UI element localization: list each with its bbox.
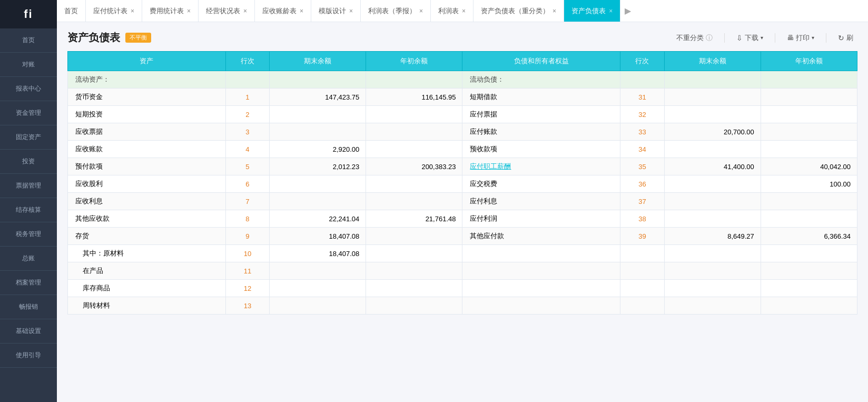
col-end-right: 期末余额 xyxy=(664,52,761,71)
sidebar-item-report-center[interactable]: 报表中心 xyxy=(0,77,57,101)
current-liabilities-label: 流动负债： xyxy=(462,71,620,89)
col-begin-left: 年初余额 xyxy=(366,52,462,71)
page-header: 资产负债表 不平衡 不重分类 ⓘ ⇩ 下载 ▾ 🖶 打印 ▾ xyxy=(67,31,857,45)
help-icon[interactable]: ⓘ xyxy=(706,33,713,43)
col-asset: 资产 xyxy=(68,52,226,71)
print-label: 打印 xyxy=(796,33,810,43)
sidebar-item-guide[interactable]: 使用引导 xyxy=(0,344,57,368)
page-title: 资产负债表 xyxy=(67,31,120,45)
sidebar-item-ledger[interactable]: 总账 xyxy=(0,247,57,271)
sidebar-item-expense[interactable]: 畅报销 xyxy=(0,295,57,319)
table-row: 周转材料 13 xyxy=(68,297,857,315)
tab-expense-stat[interactable]: 费用统计表 × xyxy=(142,0,199,22)
tab-bs[interactable]: 资产负债表 × xyxy=(564,0,620,22)
sidebar-item-archive[interactable]: 档案管理 xyxy=(0,271,57,295)
sidebar-item-tax-mgmt[interactable]: 税务管理 xyxy=(0,222,57,247)
tab-bs-reclassify[interactable]: 资产负债表（重分类） × xyxy=(474,0,564,22)
table-row: 应收股利 6 应交税费 36 100.00 xyxy=(68,175,857,193)
section-current-assets: 流动资产： 流动负债： xyxy=(68,71,857,89)
section-left-row xyxy=(225,71,269,89)
tab-ar-aging[interactable]: 应收账龄表 × xyxy=(255,0,311,22)
table-row: 其他应收款 8 22,241.04 21,761.48 应付利润 38 xyxy=(68,210,857,228)
sidebar-item-inventory[interactable]: 结存核算 xyxy=(0,198,57,222)
sidebar-item-settings[interactable]: 基础设置 xyxy=(0,319,57,344)
table-row: 应收票据 3 应付账款 33 20,700.00 xyxy=(68,123,857,141)
page-body: 资产负债表 不平衡 不重分类 ⓘ ⇩ 下载 ▾ 🖶 打印 ▾ xyxy=(57,22,868,402)
table-row: 应收利息 7 应付利息 37 xyxy=(68,193,857,210)
download-btn[interactable]: ⇩ 下载 ▾ xyxy=(732,31,767,45)
sidebar-item-investment[interactable]: 投资 xyxy=(0,150,57,174)
action-divider-3 xyxy=(826,33,826,43)
main-content: 首页 应付统计表 × 费用统计表 × 经营状况表 × 应收账龄表 × 模版设计 … xyxy=(57,0,868,402)
section-left-begin xyxy=(366,71,462,89)
tab-profit[interactable]: 利润表 × xyxy=(431,0,474,22)
table-row: 在产品 11 xyxy=(68,262,857,280)
section-right-row xyxy=(620,71,664,89)
table-row: 其中：原材料 10 18,407.08 xyxy=(68,245,857,262)
tab-ap-stat[interactable]: 应付统计表 × xyxy=(86,0,142,22)
tab-expense-stat-close[interactable]: × xyxy=(187,7,191,15)
download-chevron-icon: ▾ xyxy=(761,35,763,41)
sidebar-logo: fi xyxy=(0,0,57,28)
tab-bar: 首页 应付统计表 × 费用统计表 × 经营状况表 × 应收账龄表 × 模版设计 … xyxy=(57,0,868,22)
col-liability: 负债和所有者权益 xyxy=(462,52,620,71)
tab-profit-q-close[interactable]: × xyxy=(419,7,423,15)
no-reclassify-label: 不重分类 xyxy=(676,33,704,43)
sidebar: fi 首页 对账 报表中心 资金管理 固定资产 投资 票据管理 结存核算 税务管… xyxy=(0,0,57,402)
table-row: 存货 9 18,407.08 其他应付款 39 8,649.27 6,366.3… xyxy=(68,228,857,245)
tab-template[interactable]: 模版设计 × xyxy=(311,0,361,22)
tab-bs-reclassify-close[interactable]: × xyxy=(553,7,556,15)
tab-profit-close[interactable]: × xyxy=(462,7,466,15)
section-right-end xyxy=(664,71,761,89)
table-row: 货币资金 1 147,423.75 116,145.95 短期借款 31 xyxy=(68,89,857,106)
action-divider-1 xyxy=(724,33,725,43)
tab-bs-close[interactable]: × xyxy=(609,7,613,15)
tab-profit-q[interactable]: 利润表（季报） × xyxy=(361,0,431,22)
report-table: 资产 行次 期末余额 年初余额 负债和所有者权益 行次 期末余额 年初余额 流动… xyxy=(67,51,857,315)
table-row: 短期投资 2 应付票据 32 xyxy=(68,106,857,123)
section-right-begin xyxy=(761,71,857,89)
table-row: 库存商品 12 xyxy=(68,280,857,297)
col-row-left: 行次 xyxy=(225,52,269,71)
no-reclassify-btn[interactable]: 不重分类 ⓘ xyxy=(672,31,717,45)
tab-business-close[interactable]: × xyxy=(243,7,247,15)
refresh-label: 刷 xyxy=(846,33,853,43)
sidebar-item-bill-mgmt[interactable]: 票据管理 xyxy=(0,174,57,198)
tab-home[interactable]: 首页 xyxy=(57,0,86,22)
page-title-area: 资产负债表 不平衡 xyxy=(67,31,151,45)
col-row-right: 行次 xyxy=(620,52,664,71)
tab-business[interactable]: 经营状况表 × xyxy=(199,0,255,22)
col-end-left: 期末余额 xyxy=(270,52,366,71)
tab-template-close[interactable]: × xyxy=(349,7,353,15)
tab-ap-stat-close[interactable]: × xyxy=(131,7,134,15)
action-divider-2 xyxy=(775,33,775,43)
page-actions: 不重分类 ⓘ ⇩ 下载 ▾ 🖶 打印 ▾ ↻ 刷 xyxy=(672,31,857,45)
print-chevron-icon: ▾ xyxy=(812,35,814,41)
table-row: 预付款项 5 2,012.23 200,383.23 应付职工薪酬 35 41,… xyxy=(68,158,857,175)
download-label: 下载 xyxy=(745,33,758,43)
sidebar-item-home[interactable]: 首页 xyxy=(0,28,57,53)
refresh-btn[interactable]: ↻ 刷 xyxy=(834,31,857,45)
table-row: 应收账款 4 2,920.00 预收款项 34 xyxy=(68,141,857,158)
col-begin-right: 年初余额 xyxy=(761,52,857,71)
tab-ar-aging-close[interactable]: × xyxy=(300,7,303,15)
sidebar-item-fixed-assets[interactable]: 固定资产 xyxy=(0,125,57,150)
tab-scroll-right[interactable]: ▶ xyxy=(620,6,635,16)
print-btn[interactable]: 🖶 打印 ▾ xyxy=(783,31,818,45)
sidebar-item-reconciliation[interactable]: 对账 xyxy=(0,53,57,77)
current-assets-label: 流动资产： xyxy=(68,71,226,89)
sidebar-item-fund-mgmt[interactable]: 资金管理 xyxy=(0,101,57,125)
section-left-end xyxy=(270,71,366,89)
print-icon: 🖶 xyxy=(787,34,794,42)
refresh-icon: ↻ xyxy=(838,34,844,42)
unbalanced-badge: 不平衡 xyxy=(125,33,151,43)
download-icon: ⇩ xyxy=(736,34,743,42)
